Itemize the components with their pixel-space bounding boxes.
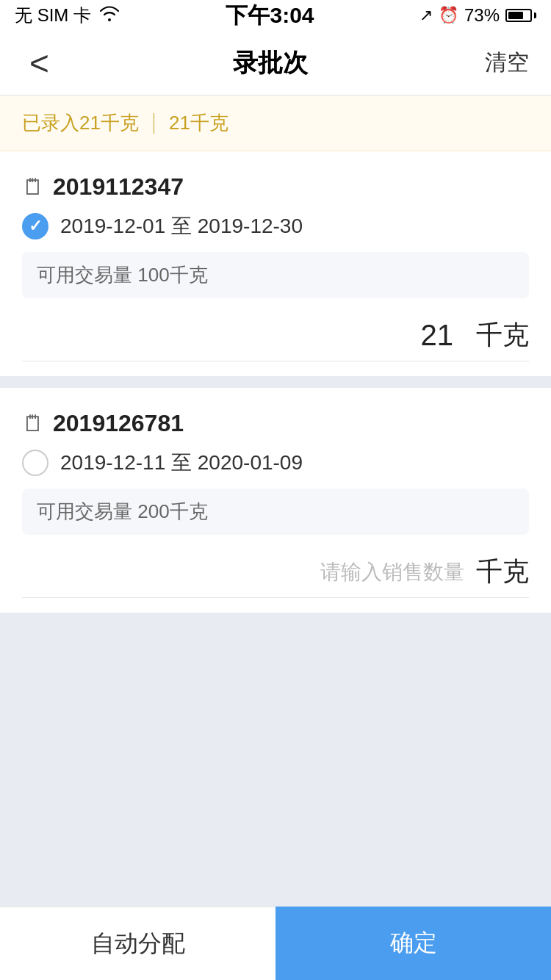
battery-percent: 73% [464, 5, 500, 26]
clear-button[interactable]: 清空 [485, 48, 529, 78]
batch-date-row-2[interactable]: 2019-12-11 至 2020-01-09 [22, 449, 529, 477]
nav-bar: < 录批次 清空 [0, 31, 551, 96]
status-bar: 无 SIM 卡 下午3:04 ↗ ⏰ 73% [0, 0, 551, 31]
doc-icon-2: 🗒 [22, 411, 44, 436]
battery-icon [505, 9, 536, 22]
batch-header-1: 🗒 2019112347 [22, 173, 529, 201]
page-title: 录批次 [233, 46, 308, 80]
auto-distribute-button[interactable]: 自动分配 [0, 907, 276, 980]
back-button[interactable]: < [22, 36, 57, 90]
status-right: ↗ ⏰ 73% [419, 5, 536, 26]
section-divider [0, 376, 551, 388]
quantity-input-1[interactable] [376, 319, 464, 352]
radio-checked-1[interactable] [22, 213, 48, 239]
batch-id-2: 2019126781 [53, 410, 184, 437]
batch-date-row-1[interactable]: 2019-12-01 至 2019-12-30 [22, 212, 529, 240]
batch-avail-1: 可用交易量 100千克 [22, 252, 529, 298]
batch-header-2: 🗒 2019126781 [22, 410, 529, 437]
radio-unchecked-2[interactable] [22, 450, 48, 476]
location-icon: ↗ [419, 6, 433, 25]
carrier-text: 无 SIM 卡 [15, 4, 91, 27]
quantity-unit-2: 千克 [476, 554, 529, 590]
empty-area [0, 613, 551, 936]
status-time: 下午3:04 [226, 1, 314, 31]
batch-item-1: 🗒 2019112347 2019-12-01 至 2019-12-30 可用交… [0, 151, 551, 376]
status-left: 无 SIM 卡 [15, 4, 120, 27]
doc-icon-1: 🗒 [22, 175, 44, 200]
wifi-icon [98, 5, 120, 26]
batch-date-2: 2019-12-11 至 2020-01-09 [60, 449, 303, 477]
quantity-unit-1: 千克 [476, 317, 529, 353]
summary-bar: 已录入21千克 21千克 [0, 96, 551, 151]
summary-divider [154, 113, 154, 134]
batch-item-2: 🗒 2019126781 2019-12-11 至 2020-01-09 可用交… [0, 388, 551, 613]
summary-label: 已录入21千克 [22, 110, 139, 136]
batch-avail-2: 可用交易量 200千克 [22, 489, 529, 535]
bottom-bar: 自动分配 确定 [0, 907, 551, 980]
confirm-button[interactable]: 确定 [276, 907, 551, 980]
batch-quantity-row-1: 千克 [22, 310, 529, 361]
batch-id-1: 2019112347 [53, 173, 184, 201]
batch-quantity-row-2: 请输入销售数量 千克 [22, 547, 529, 598]
batch-date-1: 2019-12-01 至 2019-12-30 [60, 212, 303, 240]
quantity-placeholder-2: 请输入销售数量 [22, 558, 464, 586]
summary-value: 21千克 [169, 110, 228, 136]
alarm-icon: ⏰ [439, 6, 458, 25]
